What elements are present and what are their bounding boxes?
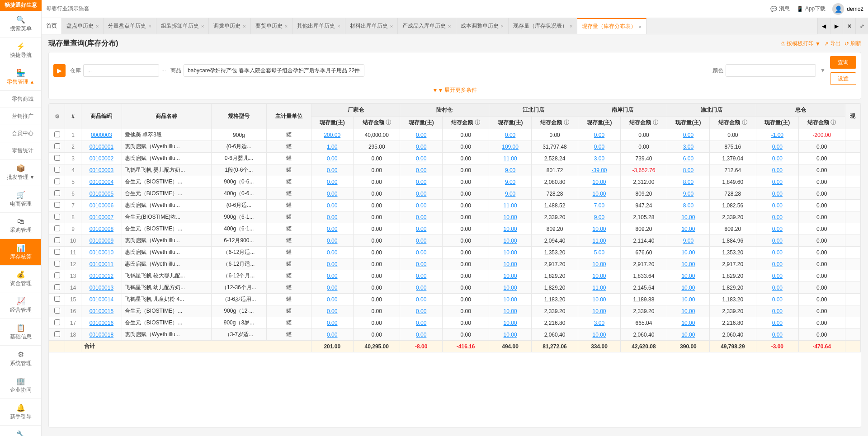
td-code[interactable]: 00100012 [81, 270, 122, 282]
td-f-stock[interactable]: 0.00 [311, 164, 353, 176]
td-yb-stock[interactable]: 3.00 [667, 141, 709, 153]
td-l-stock[interactable]: 0.00 [400, 200, 442, 211]
td-checkbox[interactable] [49, 270, 65, 282]
td-l-stock[interactable]: 0.00 [400, 258, 442, 270]
td-t-stock[interactable]: 0.00 [756, 188, 798, 200]
td-t-stock[interactable]: 0.00 [756, 282, 798, 294]
td-na-stock[interactable]: 9.00 [578, 211, 620, 223]
sidebar-item-finance[interactable]: 💰 资金管理 [0, 266, 41, 292]
td-yb-stock[interactable]: 10.00 [667, 305, 709, 317]
td-code[interactable]: 00100018 [81, 329, 122, 341]
td-yb-stock[interactable]: 10.00 [667, 258, 709, 270]
sidebar-item-retail-stat[interactable]: 零售统计 [0, 142, 41, 159]
td-yb-stock[interactable]: 10.00 [667, 247, 709, 258]
td-na-stock[interactable]: 10.00 [578, 223, 620, 235]
td-t-stock[interactable]: 0.00 [756, 211, 798, 223]
td-jb-stock[interactable]: 9.00 [489, 188, 531, 200]
td-f-stock[interactable]: 0.00 [311, 329, 353, 341]
td-t-stock[interactable]: 0.00 [756, 176, 798, 188]
filter-toggle-btn[interactable]: ▶ [53, 64, 66, 77]
app-download-btn[interactable]: 📱 App下载 [797, 5, 826, 13]
td-f-stock[interactable]: 0.00 [311, 235, 353, 247]
td-f-stock[interactable]: 0.00 [311, 247, 353, 258]
td-na-stock[interactable]: 10.00 [578, 188, 620, 200]
th-settings[interactable]: ⚙ [49, 104, 65, 129]
td-t-stock[interactable]: 0.00 [756, 141, 798, 153]
td-jb-stock[interactable]: 10.00 [489, 305, 531, 317]
td-code[interactable]: 00100006 [81, 200, 122, 211]
td-jb-stock[interactable]: 0.00 [489, 129, 531, 141]
td-l-stock[interactable]: 0.00 [400, 235, 442, 247]
user-menu[interactable]: 👤 demo2 [832, 3, 863, 15]
td-f-stock[interactable]: 200.00 [311, 129, 353, 141]
sidebar-item-retail-shop[interactable]: 零售商城 [0, 91, 41, 108]
tab-product-in[interactable]: 产成品入库单历史 × [398, 18, 456, 34]
message-btn[interactable]: 💬 消息 [770, 5, 790, 13]
td-yb-stock[interactable]: 8.00 [667, 164, 709, 176]
td-checkbox[interactable] [49, 294, 65, 305]
tab-close-icon[interactable]: × [390, 23, 393, 29]
td-jb-stock[interactable]: 10.00 [489, 294, 531, 305]
td-f-stock[interactable]: 0.00 [311, 305, 353, 317]
td-jb-stock[interactable]: 10.00 [489, 329, 531, 341]
td-checkbox[interactable] [49, 129, 65, 141]
setting-btn[interactable]: 设置 [830, 72, 856, 85]
td-code[interactable]: 00100009 [81, 235, 122, 247]
td-checkbox[interactable] [49, 164, 65, 176]
tab-material-out[interactable]: 材料出库单历史 × [345, 18, 398, 34]
td-l-stock[interactable]: 0.00 [400, 176, 442, 188]
td-yb-stock[interactable]: 10.00 [667, 211, 709, 223]
td-t-stock[interactable]: 0.00 [756, 317, 798, 329]
tab-close-icon[interactable]: × [96, 23, 99, 29]
td-code[interactable]: 00100014 [81, 294, 122, 305]
td-l-stock[interactable]: 0.00 [400, 153, 442, 164]
td-checkbox[interactable] [49, 235, 65, 247]
td-f-stock[interactable]: 0.00 [311, 200, 353, 211]
tab-close-icon[interactable]: × [448, 23, 451, 29]
td-t-stock[interactable]: 0.00 [756, 270, 798, 282]
td-na-stock[interactable]: 5.00 [578, 247, 620, 258]
sidebar-item-search[interactable]: 🔍 搜索英单 [0, 11, 41, 38]
td-f-stock[interactable]: 1.00 [311, 141, 353, 153]
tab-stock-dist[interactable]: 现存量（库存分布表） × [577, 18, 646, 34]
tab-close-icon[interactable]: × [638, 24, 641, 29]
td-l-stock[interactable]: 0.00 [400, 211, 442, 223]
td-yb-stock[interactable]: 10.00 [667, 282, 709, 294]
tab-close-icon[interactable]: × [201, 23, 204, 29]
tab-prev-btn[interactable]: ◀ [817, 18, 830, 34]
td-na-stock[interactable]: 11.00 [578, 282, 620, 294]
td-checkbox[interactable] [49, 258, 65, 270]
td-checkbox[interactable] [49, 305, 65, 317]
td-jb-stock[interactable]: 10.00 [489, 235, 531, 247]
tab-assemble[interactable]: 组装拆卸单历史 × [156, 18, 209, 34]
td-checkbox[interactable] [49, 247, 65, 258]
td-code[interactable]: 00100013 [81, 282, 122, 294]
td-f-stock[interactable]: 0.00 [311, 270, 353, 282]
sidebar-item-retail[interactable]: 🏪 零售管理 ▲ [0, 64, 41, 91]
td-yb-stock[interactable]: 10.00 [667, 270, 709, 282]
td-t-stock[interactable]: 0.00 [756, 164, 798, 176]
td-t-stock[interactable]: 0.00 [756, 200, 798, 211]
td-jb-stock[interactable]: 11.00 [489, 200, 531, 211]
sidebar-item-apps[interactable]: 🔧 应用中心 [0, 426, 41, 436]
tab-close-icon[interactable]: × [285, 23, 288, 29]
sidebar-item-guide[interactable]: 🔔 新手引导 [0, 399, 41, 426]
td-jb-stock[interactable]: 10.00 [489, 270, 531, 282]
td-na-stock[interactable]: 11.00 [578, 235, 620, 247]
sidebar-item-inventory[interactable]: 📊 库存核算 [0, 239, 41, 266]
td-l-stock[interactable]: 0.00 [400, 305, 442, 317]
td-jb-stock[interactable]: 10.00 [489, 247, 531, 258]
sidebar-item-marketing[interactable]: 营销推广 [0, 108, 41, 125]
sidebar-item-purchase[interactable]: 🛍 采购管理 [0, 213, 41, 239]
td-code[interactable]: 00100004 [81, 176, 122, 188]
sidebar-item-system[interactable]: ⚙ 系统管理 [0, 346, 41, 372]
td-code[interactable]: 00100001 [81, 141, 122, 153]
td-f-stock[interactable]: 0.00 [311, 223, 353, 235]
td-na-stock[interactable]: 10.00 [578, 305, 620, 317]
td-na-stock[interactable]: 3.00 [578, 317, 620, 329]
tab-close-icon[interactable]: × [501, 23, 504, 29]
td-checkbox[interactable] [49, 211, 65, 223]
export-btn[interactable]: ↗ 导出 [824, 40, 841, 47]
td-f-stock[interactable]: 0.00 [311, 282, 353, 294]
table-container[interactable]: ⚙ # 商品编码 商品名称 规格型号 主计量单位 厂家仓 陆村仓 江北门店 南岸… [48, 103, 861, 428]
